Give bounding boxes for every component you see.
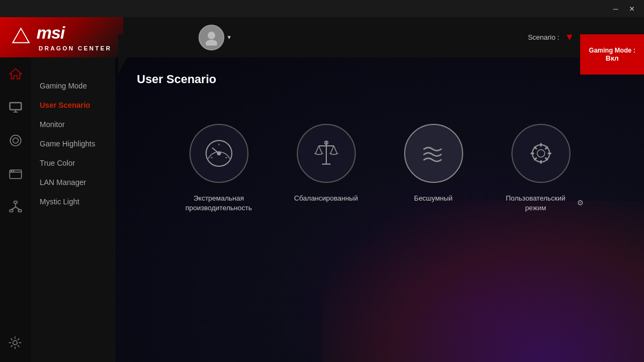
sidebar-item-true-color[interactable]: True Color bbox=[31, 153, 115, 173]
extreme-label: Экстремальнаяпроизводительность bbox=[186, 194, 252, 213]
scenario-label: Scenario : bbox=[528, 33, 560, 41]
svg-line-32 bbox=[319, 146, 322, 153]
svg-rect-5 bbox=[10, 103, 21, 109]
game-highlights-icon bbox=[9, 134, 23, 147]
avatar-icon bbox=[203, 29, 219, 46]
silent-icon-wrapper bbox=[404, 124, 463, 183]
svg-line-44 bbox=[545, 147, 547, 149]
title-bar: ─ ✕ bbox=[0, 0, 644, 17]
gaming-mode-value: Вкл bbox=[606, 54, 619, 62]
user-avatar-dropdown[interactable]: ▼ bbox=[166, 25, 232, 50]
minimize-button[interactable]: ─ bbox=[608, 3, 624, 14]
gaming-mode-label: Gaming Mode : bbox=[589, 47, 635, 54]
svg-rect-16 bbox=[18, 210, 21, 212]
svg-point-2 bbox=[208, 32, 215, 39]
scenario-card-extreme[interactable]: Экстремальнаяпроизводительность bbox=[176, 124, 262, 213]
gaming-mode-area: Gaming Mode : Вкл bbox=[580, 34, 644, 75]
sidebar-icon-lan[interactable] bbox=[7, 198, 24, 216]
sidebar-item-monitor[interactable]: Monitor bbox=[31, 115, 115, 134]
sidebar-item-user-scenario[interactable]: User Scenario bbox=[31, 95, 115, 115]
svg-line-45 bbox=[535, 158, 536, 160]
balanced-label: Сбалансированный bbox=[294, 194, 358, 203]
scenario-card-balanced[interactable]: Сбалансированный bbox=[283, 124, 369, 203]
sidebar-icon-true-color[interactable] bbox=[7, 165, 24, 182]
svg-rect-14 bbox=[14, 201, 17, 203]
logo-text-group: msi DRAGON CENTER bbox=[36, 23, 112, 51]
svg-rect-4 bbox=[10, 102, 21, 110]
user-avatar[interactable] bbox=[199, 25, 224, 50]
svg-point-3 bbox=[206, 40, 217, 46]
extreme-icon-wrapper bbox=[189, 124, 248, 183]
msi-dragon-icon bbox=[11, 27, 31, 48]
scenario-card-silent[interactable]: Бесшумный bbox=[391, 124, 477, 203]
balance-icon bbox=[310, 137, 342, 169]
monitor-icon bbox=[9, 100, 23, 114]
scenario-dropdown-arrow: ▼ bbox=[565, 32, 574, 43]
user-label: Пользовательский режим ⚙ bbox=[498, 194, 584, 213]
svg-line-31 bbox=[316, 146, 319, 153]
lan-icon bbox=[9, 200, 23, 214]
scenario-area: Scenario : ▼ bbox=[528, 32, 574, 43]
svg-point-13 bbox=[13, 171, 14, 172]
page-title: User Scenario bbox=[115, 57, 644, 97]
waves-icon bbox=[418, 137, 450, 169]
svg-marker-1 bbox=[16, 31, 26, 40]
balanced-icon-wrapper bbox=[297, 124, 356, 183]
speedometer-icon bbox=[203, 137, 235, 169]
gear-user-icon bbox=[525, 137, 557, 169]
svg-rect-15 bbox=[10, 210, 13, 212]
settings-icon bbox=[8, 336, 22, 350]
true-color-icon bbox=[9, 167, 23, 181]
user-icon-wrapper bbox=[511, 124, 570, 183]
header: msi DRAGON CENTER ▼ Scenario : ▼ Gaming … bbox=[0, 17, 644, 57]
header-triangle bbox=[118, 34, 140, 75]
sidebar-item-game-highlights[interactable]: Game Highlights bbox=[31, 134, 115, 153]
svg-point-37 bbox=[537, 150, 545, 157]
sidebar-icon-home[interactable] bbox=[7, 65, 24, 83]
close-button[interactable]: ✕ bbox=[624, 3, 640, 14]
user-settings-gear-icon: ⚙ bbox=[577, 198, 584, 209]
home-icon bbox=[9, 67, 23, 81]
dragon-center-label: DRAGON CENTER bbox=[39, 45, 112, 51]
svg-line-19 bbox=[16, 207, 20, 210]
sidebar-item-lan-manager[interactable]: LAN Manager bbox=[31, 173, 115, 192]
svg-point-8 bbox=[10, 135, 21, 146]
user-label-text: Пользовательский режим bbox=[498, 194, 574, 213]
sidebar-nav: Gaming Mode User Scenario Monitor Game H… bbox=[31, 57, 115, 362]
scenario-card-user[interactable]: Пользовательский режим ⚙ bbox=[498, 124, 584, 213]
sidebar-item-mystic-light[interactable]: Mystic Light bbox=[31, 192, 115, 211]
sidebar-icon-game-highlights[interactable] bbox=[7, 132, 24, 149]
svg-point-12 bbox=[11, 171, 12, 172]
logo-area: msi DRAGON CENTER bbox=[0, 17, 123, 57]
svg-point-23 bbox=[217, 152, 221, 155]
svg-line-33 bbox=[331, 146, 334, 153]
scenario-cards-container: Экстремальнаяпроизводительность bbox=[115, 108, 644, 229]
svg-line-18 bbox=[11, 207, 16, 210]
svg-point-9 bbox=[13, 138, 18, 143]
main-content: User Scenario Экстремальнаяпроизводитель… bbox=[115, 57, 644, 362]
scenario-dropdown-trigger[interactable]: ▼ bbox=[565, 32, 574, 43]
avatar-dropdown-arrow: ▼ bbox=[226, 34, 232, 40]
sidebar-icon-monitor[interactable] bbox=[7, 99, 24, 116]
sidebar-icon-settings[interactable] bbox=[6, 334, 24, 351]
svg-line-42 bbox=[535, 147, 536, 149]
sidebar-item-gaming-mode[interactable]: Gaming Mode bbox=[31, 76, 115, 95]
svg-line-43 bbox=[545, 158, 547, 160]
svg-line-34 bbox=[334, 146, 337, 153]
sidebar-icons bbox=[0, 57, 31, 362]
msi-label: msi bbox=[36, 23, 112, 43]
svg-point-20 bbox=[13, 341, 17, 345]
silent-label: Бесшумный bbox=[414, 194, 453, 203]
